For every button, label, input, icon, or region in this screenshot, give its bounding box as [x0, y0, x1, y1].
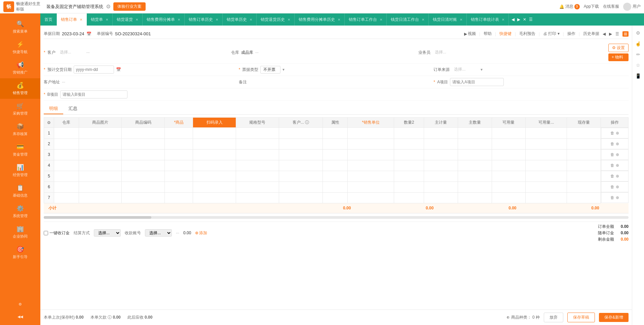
auto-checkout-checkbox[interactable]: 一键收订金 — [44, 230, 70, 236]
delete-row-icon[interactable]: 🗑 — [610, 195, 614, 200]
close-icon[interactable]: ✕ — [216, 18, 218, 22]
close-icon[interactable]: ✕ — [380, 18, 382, 22]
info-icon[interactable]: ⓘ — [108, 315, 112, 320]
account-select[interactable]: 选择... — [145, 229, 172, 237]
add-material-button[interactable]: + 物料 — [608, 53, 629, 61]
view-detail-icon[interactable]: ⊞ — [622, 31, 629, 37]
customer-more-icon[interactable]: ··· — [86, 50, 90, 55]
tab-sales-workbench[interactable]: 销售订单工作台 ✕ — [345, 13, 387, 26]
close-icon[interactable]: ✕ — [178, 18, 180, 22]
row-cust-code[interactable] — [279, 138, 323, 149]
sidebar-item-marketing[interactable]: 📢 营销推广 — [0, 58, 40, 78]
tab-invoice-history[interactable]: 销货单历史 ✕ — [223, 13, 257, 26]
calendar2-icon[interactable]: 📅 — [116, 67, 121, 72]
copy-row-icon[interactable]: ⊕ — [616, 152, 619, 157]
tab-sales-invoice[interactable]: 销货单 ✕ — [87, 13, 113, 26]
delete-row-icon[interactable]: 🗑 — [610, 163, 614, 168]
row-unit[interactable] — [348, 128, 394, 139]
tab-menu-icon[interactable]: ☰ — [528, 16, 534, 23]
close-icon[interactable]: ✕ — [80, 18, 82, 22]
sidebar-item-inventory[interactable]: 📦 库存核算 — [0, 119, 40, 140]
tab-close-all-icon[interactable]: ✕ — [522, 16, 528, 23]
profit-forecast-btn[interactable]: 毛利预告 — [519, 31, 535, 37]
tab-sales-order[interactable]: 销售订单 ✕ — [57, 13, 87, 26]
order-source-dropdown-icon[interactable]: ▾ — [481, 67, 483, 72]
save-new-button[interactable]: 保存&新增 — [599, 313, 629, 322]
nav-prev-icon[interactable]: ◀ — [603, 32, 606, 36]
tab-sales-order-history[interactable]: 销售订单历史 ✕ — [185, 13, 223, 26]
sidebar-item-finance[interactable]: 💳 资金管理 — [0, 140, 40, 160]
sidebar-item-base[interactable]: 📋 基础信息 — [0, 181, 40, 201]
operations-btn[interactable]: 操作 — [567, 31, 575, 37]
copy-row-icon[interactable]: ⊕ — [616, 131, 619, 135]
delivery-date-input[interactable] — [74, 66, 114, 74]
row-code[interactable] — [122, 138, 165, 149]
row-attr[interactable] — [323, 128, 348, 139]
print-dropdown-icon[interactable]: ▾ — [558, 31, 560, 36]
order-source-input[interactable]: 选择... — [452, 66, 479, 74]
row-attr[interactable] — [323, 138, 348, 149]
sidebar-item-search[interactable]: 🔍 搜索菜单 — [0, 17, 40, 37]
tab-prev-icon[interactable]: ◀ — [510, 16, 516, 23]
close-icon[interactable]: ✕ — [460, 18, 462, 22]
warehouse-more-icon[interactable]: ··· — [255, 50, 259, 55]
sidebar-item-quick-nav[interactable]: ⚡ 快捷导航 — [0, 37, 40, 58]
sidebar-item-operations[interactable]: 📊 经营管理 — [0, 160, 40, 181]
preview-btn[interactable]: ▶ 视频 — [464, 31, 476, 37]
col-scan-header[interactable]: 扫码录入 — [193, 118, 236, 128]
copy-row-icon[interactable]: ⊕ — [616, 185, 619, 189]
row-product[interactable] — [165, 138, 193, 149]
customer-input[interactable]: 选择... — [58, 48, 84, 56]
copy-row-icon[interactable]: ⊕ — [616, 141, 619, 146]
tab-detail[interactable]: 明细 — [44, 104, 63, 114]
online-service-link[interactable]: 在线客服 — [603, 4, 619, 9]
copy-row-icon[interactable]: ⊕ — [616, 174, 619, 178]
history-btn[interactable]: 历史单据 — [583, 31, 599, 37]
project-b-input[interactable] — [60, 90, 127, 98]
close-icon[interactable]: ✕ — [422, 18, 424, 22]
close-icon[interactable]: ✕ — [106, 18, 108, 22]
delete-row-icon[interactable]: 🗑 — [610, 174, 614, 178]
row-product[interactable] — [165, 128, 193, 139]
right-finger-icon[interactable]: ☝ — [634, 39, 643, 48]
calendar-icon[interactable]: 📅 — [86, 32, 91, 36]
horizontal-scrollbar[interactable] — [44, 213, 629, 221]
pay-method-select[interactable]: 选择... — [94, 229, 121, 237]
view-list-icon[interactable]: ☰ — [615, 32, 619, 36]
tab-summary[interactable]: 汇总 — [63, 104, 83, 114]
right-config-icon[interactable]: ⚙ — [634, 28, 643, 38]
sidebar-collapse-button[interactable]: ◀◀ — [0, 312, 40, 322]
row-spec[interactable] — [236, 138, 279, 149]
tab-next-icon[interactable]: ▶ — [516, 16, 522, 23]
tab-return-history[interactable]: 销货退货历史 ✕ — [257, 13, 295, 26]
tab-home[interactable]: 首页 — [40, 13, 57, 26]
row-spec[interactable] — [236, 128, 279, 139]
settings-button[interactable]: ⚙ 设置 — [608, 44, 629, 52]
auto-checkout-check[interactable] — [44, 231, 48, 235]
sidebar-item-purchase[interactable]: 🛒 采购管理 — [0, 99, 40, 119]
delete-row-icon[interactable]: 🗑 — [610, 131, 614, 135]
row-unit[interactable] — [348, 138, 394, 149]
account-more-icon[interactable]: ··· — [176, 231, 179, 235]
industry-solution-button[interactable]: 体验行业方案 — [113, 2, 146, 11]
tab-sales-return[interactable]: 销货退货 ✕ — [113, 13, 143, 26]
invoice-dropdown-icon[interactable]: ▾ — [282, 67, 285, 72]
copy-row-icon[interactable]: ⊕ — [616, 195, 619, 200]
row-warehouse[interactable] — [54, 128, 79, 139]
row-main-qty[interactable] — [458, 128, 492, 139]
add-payment-link[interactable]: ⊕ 添加 — [195, 230, 207, 236]
row-code[interactable] — [122, 128, 165, 139]
project-a-input[interactable] — [450, 78, 504, 86]
close-icon[interactable]: ✕ — [338, 18, 340, 22]
nav-next-icon[interactable]: ▶ — [609, 32, 612, 36]
shortcut-btn[interactable]: 快捷键 — [499, 31, 512, 37]
print-btn[interactable]: 🖨 打印 ▾ — [543, 31, 560, 37]
row-cust-code[interactable] — [279, 128, 323, 139]
sidebar-item-system[interactable]: ⚙️ 系统管理 — [0, 201, 40, 222]
copy-row-icon[interactable]: ⊕ — [616, 163, 619, 168]
right-pen-icon[interactable]: ✏ — [634, 50, 643, 59]
settings-gear-icon[interactable]: ⚙ — [106, 3, 111, 10]
row-main-qty[interactable] — [458, 138, 492, 149]
delete-row-icon[interactable]: 🗑 — [610, 152, 614, 157]
sidebar-settings-button[interactable]: ⚙ — [0, 299, 40, 309]
